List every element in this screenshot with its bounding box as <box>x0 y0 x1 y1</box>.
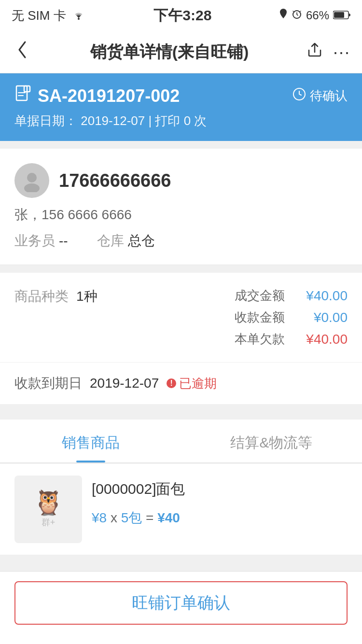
product-name: [0000002]面包 <box>92 479 348 499</box>
svg-rect-3 <box>334 12 344 18</box>
owed-label: 本单欠款 <box>235 331 285 348</box>
brand-icon: 🦉 <box>33 490 63 515</box>
page-title: 销货单详情(来自旺铺) <box>90 41 249 63</box>
status-right: 66% <box>279 9 350 22</box>
status-text: 待确认 <box>310 87 348 104</box>
tab-active-indicator <box>76 461 105 462</box>
category-value: 1种 <box>76 287 97 306</box>
due-date-section: 收款到期日 2019-12-07 ! 已逾期 <box>0 362 362 404</box>
sales-rep-item: 业务员 -- <box>14 232 68 250</box>
battery-icon <box>333 9 350 22</box>
order-header: SA-20191207-002 待确认 单据日期： 2019-12-07 | 打… <box>0 73 362 141</box>
brand-text: 群+ <box>42 517 56 528</box>
received-label: 收款金额 <box>235 309 285 326</box>
overdue-badge: ! 已逾期 <box>167 375 217 392</box>
order-id-row: SA-20191207-002 <box>14 85 180 107</box>
tab-sales-products[interactable]: 销售商品 <box>0 420 181 462</box>
transaction-value: ¥40.00 <box>294 288 348 304</box>
multiply-sign: x <box>111 510 117 525</box>
product-section: 🦉 群+ [0000002]面包 ¥8 x 5包 = ¥40 <box>0 464 362 555</box>
order-meta: 单据日期： 2019-12-07 | 打印 0 次 <box>14 112 348 129</box>
transaction-amount-row: 成交金额 ¥40.00 <box>235 287 348 304</box>
customer-name: 张，156 6666 6666 <box>14 206 348 224</box>
warehouse-label: 仓库 <box>97 232 124 250</box>
equals-sign: = <box>146 510 153 525</box>
back-button[interactable] <box>12 35 33 69</box>
svg-point-8 <box>24 183 40 192</box>
warehouse-item: 仓库 总仓 <box>97 232 155 250</box>
sim-label: 无 SIM 卡 <box>12 7 66 24</box>
transaction-label: 成交金额 <box>235 287 285 304</box>
alarm-icon <box>292 9 302 22</box>
svg-point-7 <box>27 173 37 182</box>
product-item: 🦉 群+ [0000002]面包 ¥8 x 5包 = ¥40 <box>14 476 348 543</box>
more-icon[interactable]: ··· <box>333 42 350 62</box>
status-time: 下午3:28 <box>153 6 211 26</box>
product-price-row: ¥8 x 5包 = ¥40 <box>92 509 348 527</box>
category-label: 商品种类 <box>14 287 69 306</box>
sales-rep-value: -- <box>59 233 68 249</box>
due-date-value: 2019-12-07 <box>90 376 159 391</box>
total-price: ¥40 <box>157 510 180 525</box>
location-icon <box>279 9 288 22</box>
category-info: 商品种类 1种 <box>14 287 97 306</box>
order-number: SA-20191207-002 <box>38 86 180 106</box>
order-status: 待确认 <box>292 87 348 104</box>
quantity: 5包 <box>121 510 142 525</box>
summary-section: 商品种类 1种 成交金额 ¥40.00 收款金额 ¥0.00 本单欠款 ¥40.… <box>0 273 362 362</box>
bottom-bar: 旺铺订单确认 <box>0 571 362 644</box>
overdue-text: 已逾期 <box>179 375 217 392</box>
product-image: 🦉 群+ <box>14 476 82 543</box>
document-icon <box>14 85 32 107</box>
tab-settlement-logistics[interactable]: 结算&物流等 <box>181 420 362 462</box>
price-unit: ¥8 <box>92 510 107 525</box>
amount-info: 成交金额 ¥40.00 收款金额 ¥0.00 本单欠款 ¥40.00 <box>235 287 348 348</box>
share-icon[interactable] <box>306 42 323 62</box>
wifi-icon <box>71 8 86 23</box>
customer-meta: 业务员 -- 仓库 总仓 <box>14 232 348 250</box>
avatar <box>14 163 49 198</box>
status-left: 无 SIM 卡 <box>12 7 86 24</box>
tabs-row: 销售商品 结算&物流等 <box>0 420 362 462</box>
overdue-icon: ! <box>167 378 176 388</box>
clock-icon <box>292 87 306 104</box>
received-amount-row: 收款金额 ¥0.00 <box>235 309 348 326</box>
owed-amount-row: 本单欠款 ¥40.00 <box>235 331 348 348</box>
customer-section: 17666666666 张，156 6666 6666 业务员 -- 仓库 总仓 <box>0 149 362 265</box>
divider-1 <box>0 265 362 265</box>
product-info: [0000002]面包 ¥8 x 5包 = ¥40 <box>92 476 348 527</box>
sales-rep-label: 业务员 <box>14 232 55 250</box>
warehouse-value: 总仓 <box>128 232 155 250</box>
confirm-order-button[interactable]: 旺铺订单确认 <box>14 581 348 625</box>
battery-label: 66% <box>306 9 329 22</box>
status-bar: 无 SIM 卡 下午3:28 66% <box>0 0 362 31</box>
tabs-section: 销售商品 结算&物流等 <box>0 420 362 463</box>
customer-phone: 17666666666 <box>59 170 171 191</box>
due-label: 收款到期日 <box>14 374 82 392</box>
svg-point-0 <box>78 18 80 20</box>
received-value: ¥0.00 <box>294 310 348 325</box>
owed-value: ¥40.00 <box>294 332 348 347</box>
nav-actions: ··· <box>306 42 350 62</box>
spacer <box>0 404 362 412</box>
nav-bar: 销货单详情(来自旺铺) ··· <box>0 31 362 73</box>
